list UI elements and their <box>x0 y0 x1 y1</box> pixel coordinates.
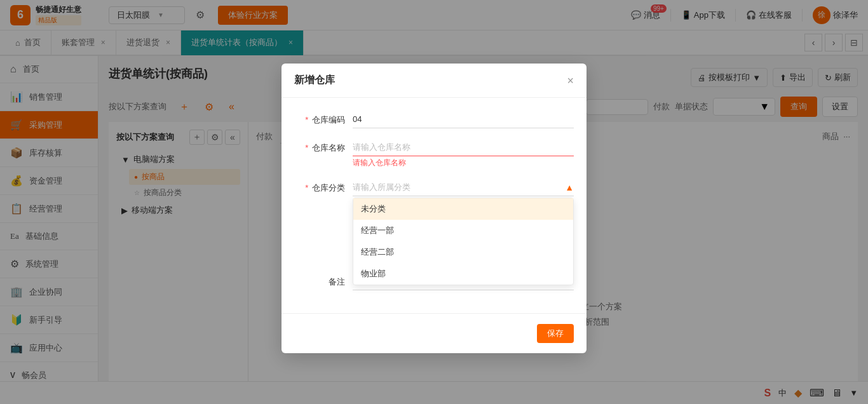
dropdown-item-property[interactable]: 物业部 <box>353 263 573 285</box>
name-input-wrap: 请输入仓库名称 <box>353 138 574 168</box>
modal-header: 新增仓库 × <box>281 64 587 98</box>
form-row-code: * 仓库编码 <box>294 111 574 128</box>
warehouse-category-input[interactable] <box>353 178 565 196</box>
form-row-category: * 仓库分类 ▲ 未分类 经营一部 经营二部 物业部 <box>294 178 574 196</box>
modal-close-button[interactable]: × <box>567 75 574 86</box>
dropdown-item-dept2[interactable]: 经营二部 <box>353 241 573 263</box>
dropdown-item-uncategorized[interactable]: 未分类 <box>353 198 573 220</box>
code-label: * 仓库编码 <box>294 111 345 126</box>
chevron-up-icon[interactable]: ▲ <box>565 182 574 192</box>
category-input-wrap: ▲ 未分类 经营一部 经营二部 物业部 <box>353 178 574 196</box>
modal-footer: 保存 <box>281 313 587 353</box>
modal-body: * 仓库编码 * 仓库名称 请输入仓库名称 <box>281 98 587 313</box>
notes-label: 备注 <box>294 273 345 288</box>
category-label: * 仓库分类 <box>294 178 345 194</box>
dropdown-item-dept1[interactable]: 经营一部 <box>353 220 573 241</box>
name-label: * 仓库名称 <box>294 138 345 154</box>
save-button[interactable]: 保存 <box>537 324 574 343</box>
category-input-row: ▲ <box>353 178 574 196</box>
category-dropdown: 未分类 经营一部 经营二部 物业部 <box>353 198 574 285</box>
modal-title: 新增仓库 <box>294 74 335 87</box>
name-error-message: 请输入仓库名称 <box>353 158 574 168</box>
form-row-name: * 仓库名称 请输入仓库名称 <box>294 138 574 168</box>
code-input-wrap <box>353 111 574 128</box>
add-warehouse-modal: 新增仓库 × * 仓库编码 * 仓库名称 <box>281 64 587 353</box>
warehouse-code-input[interactable] <box>353 111 574 128</box>
modal-overlay: 新增仓库 × * 仓库编码 * 仓库名称 <box>0 0 868 404</box>
warehouse-name-input[interactable] <box>353 138 574 156</box>
